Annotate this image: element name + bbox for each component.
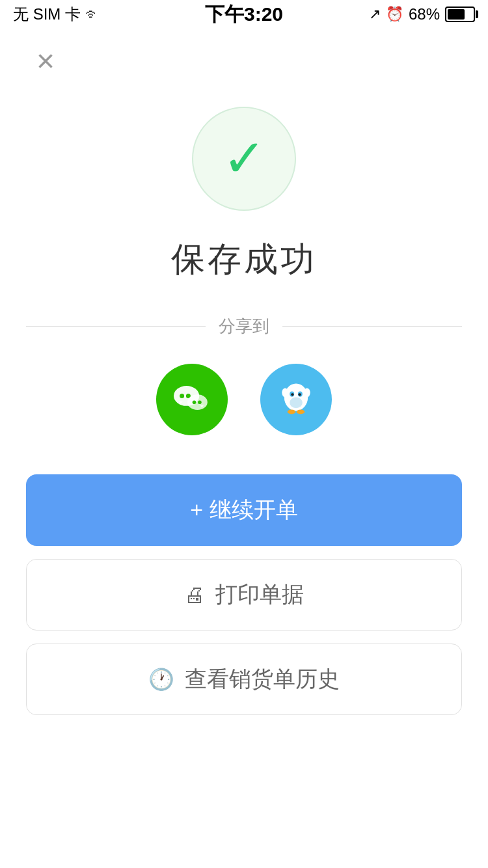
history-button[interactable]: 🕐 查看销货单历史 [26,644,462,715]
status-left: 无 SIM 卡 ᯤ [13,4,101,25]
status-right: ↗ ⏰ 68% [369,5,475,23]
svg-point-16 [290,398,303,409]
battery-icon [445,7,475,22]
divider-line-right [282,326,462,327]
svg-point-14 [288,409,296,414]
alarm-icon: ⏰ [386,6,403,23]
close-button[interactable]: × [26,42,65,81]
action-buttons: + 继续开单 🖨 打印单据 🕐 查看销货单历史 [26,474,462,715]
status-time: 下午3:20 [205,1,283,28]
sim-status: 无 SIM 卡 ᯤ [13,4,101,25]
status-bar: 无 SIM 卡 ᯤ 下午3:20 ↗ ⏰ 68% [0,0,488,29]
clock-icon: 🕐 [148,667,174,692]
main-content: × ✓ 保存成功 分享到 [0,29,488,868]
svg-point-17 [282,388,288,398]
battery-fill [448,9,465,20]
share-label: 分享到 [219,315,269,338]
svg-point-10 [291,393,293,396]
svg-point-5 [198,400,202,404]
print-label: 打印单据 [215,580,304,610]
location-icon: ↗ [369,6,381,23]
wechat-share-button[interactable] [156,364,228,435]
battery-text: 68% [409,5,440,23]
svg-point-12 [299,393,301,396]
printer-icon: 🖨 [184,583,205,607]
qq-icon [273,377,319,422]
success-circle: ✓ [192,107,296,211]
wechat-icon [169,377,215,422]
divider-line-left [26,326,206,327]
print-button[interactable]: 🖨 打印单据 [26,559,462,631]
svg-point-4 [193,400,197,404]
svg-point-3 [187,394,208,410]
continue-button[interactable]: + 继续开单 [26,474,462,546]
close-icon: × [36,46,55,77]
checkmark-icon: ✓ [223,133,266,185]
continue-label: + 继续开单 [190,495,297,525]
success-title: 保存成功 [171,237,317,282]
history-label: 查看销货单历史 [185,664,340,694]
qq-share-button[interactable] [260,364,332,435]
svg-point-15 [297,409,305,414]
svg-point-1 [180,394,184,398]
share-icons [156,364,332,435]
share-divider: 分享到 [26,315,462,338]
svg-point-18 [304,388,310,398]
